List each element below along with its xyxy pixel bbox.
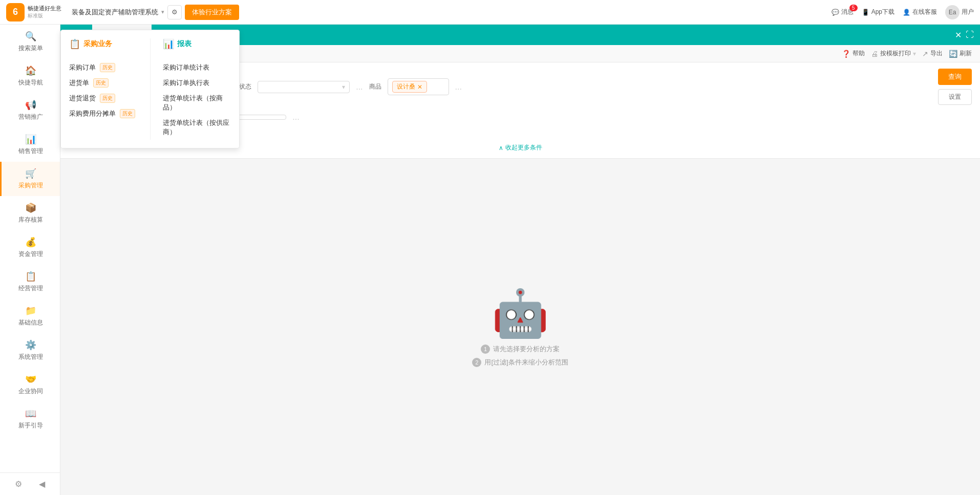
sidebar-item-marketing-label: 营销推广 xyxy=(18,113,43,121)
purchase-return-item[interactable]: 进货退货 历史 xyxy=(69,91,138,106)
purchase-return-history: 历史 xyxy=(100,94,115,103)
product-tag-close[interactable]: ✕ xyxy=(417,83,422,91)
purchase-return-label: 进货退货 xyxy=(69,94,96,103)
message-icon: 💬 xyxy=(832,9,839,16)
system-dropdown-arrow[interactable]: ▾ xyxy=(161,9,164,15)
report-incoming-supplier-label: 进货单统计表（按供应商） xyxy=(163,118,231,137)
help-icon: ❓ xyxy=(842,50,850,58)
sidebar-item-inventory[interactable]: 📦 库存核算 xyxy=(0,196,60,230)
print-button[interactable]: 🖨 按模板打印 ▾ xyxy=(871,49,916,58)
voucher-status-dots[interactable]: ... xyxy=(356,82,363,92)
salesperson-dots[interactable]: ... xyxy=(292,113,299,122)
purchase-icon: 🛒 xyxy=(25,168,36,179)
purchase-incoming-label: 进货单 xyxy=(69,78,89,88)
report-incoming-product[interactable]: 进货单统计表（按商品） xyxy=(163,91,231,115)
sidebar-item-purchase-label: 采购管理 xyxy=(18,181,43,190)
sales-icon: 📊 xyxy=(25,134,36,145)
menu-divider xyxy=(150,38,151,140)
collapse-label: 收起更多条件 xyxy=(505,143,542,152)
report-title: 📊 报表 xyxy=(163,38,231,54)
purchase-title-icon: 📋 xyxy=(69,38,80,50)
inventory-icon: 📦 xyxy=(25,202,36,213)
gear-button[interactable]: ⚙ xyxy=(167,5,182,19)
purchase-incoming-history: 历史 xyxy=(93,78,109,88)
sidebar-item-purchase[interactable]: 🛒 采购管理 xyxy=(0,162,60,196)
refresh-label: 刷新 xyxy=(960,49,972,58)
home-icon: 🏠 xyxy=(25,65,36,76)
sidebar-item-quick-nav-label: 快捷导航 xyxy=(18,78,43,87)
export-label: 导出 xyxy=(930,49,943,58)
purchase-order-label: 采购订单 xyxy=(69,63,96,72)
system-title-text: 装备及固定资产辅助管理系统 xyxy=(72,8,158,17)
report-incoming-product-label: 进货单统计表（按商品） xyxy=(163,94,231,112)
purchase-order-item[interactable]: 采购订单 历史 xyxy=(69,60,138,75)
product-tag[interactable]: 设计桑 ✕ xyxy=(392,81,427,93)
sidebar-item-guide-label: 新手引导 xyxy=(18,421,43,430)
sidebar-item-sales[interactable]: 📊 销售管理 xyxy=(0,127,60,162)
sidebar-item-search-label: 搜索菜单 xyxy=(18,44,43,53)
query-button[interactable]: 查询 xyxy=(938,69,972,85)
online-service-button[interactable]: 👤 在线客服 xyxy=(903,8,937,16)
report-col: 📊 报表 采购订单统计表 采购订单执行表 进货单统计表（按商品） 进货单统计表（… xyxy=(163,38,231,140)
messages-badge: 5 xyxy=(849,5,858,11)
purchase-business-col: 📋 采购业务 采购订单 历史 进货单 历史 进货退货 历史 采购费用分摊单 历史 xyxy=(69,38,138,140)
report-order-stats[interactable]: 采购订单统计表 xyxy=(163,60,231,75)
report-order-exec[interactable]: 采购订单执行表 xyxy=(163,75,231,91)
action-col: 查询 设置 xyxy=(938,69,972,105)
print-dropdown-icon[interactable]: ▾ xyxy=(913,50,916,57)
product-dots[interactable]: ... xyxy=(455,82,462,92)
sidebar-item-quick-nav[interactable]: 🏠 快捷导航 xyxy=(0,59,60,93)
tab-close-window-icon[interactable]: ✕ xyxy=(955,30,962,40)
sidebar-item-marketing[interactable]: 📢 营销推广 xyxy=(0,93,60,127)
empty-hint-2: 2 用[过滤]条件来缩小分析范围 xyxy=(472,358,568,367)
service-icon: 👤 xyxy=(903,9,910,16)
sidebar-item-search[interactable]: 🔍 搜索菜单 xyxy=(0,25,60,59)
voucher-status-select[interactable]: ▾ xyxy=(258,81,350,93)
hint-number-2: 2 xyxy=(472,358,481,367)
tab-controls: ✕ ⛶ xyxy=(949,30,980,40)
purchase-dropdown-menu: 📋 采购业务 采购订单 历史 进货单 历史 进货退货 历史 采购费用分摊单 历史… xyxy=(60,30,240,148)
sidebar-item-capital-label: 资金管理 xyxy=(18,250,43,259)
basic-icon: 📁 xyxy=(25,305,36,316)
messages-button[interactable]: 💬 消息 5 xyxy=(832,8,854,16)
purchase-business-title: 📋 采购业务 xyxy=(69,38,138,54)
tab-maximize-icon[interactable]: ⛶ xyxy=(966,30,974,39)
operation-icon: 📋 xyxy=(25,271,36,282)
export-button[interactable]: ↗ 导出 xyxy=(922,49,943,58)
sidebar-item-basic[interactable]: 📁 基础信息 xyxy=(0,299,60,333)
sidebar-item-enterprise-label: 企业协同 xyxy=(18,387,43,396)
report-incoming-supplier[interactable]: 进货单统计表（按供应商） xyxy=(163,115,231,140)
service-label: 在线客服 xyxy=(912,8,937,16)
sidebar-collapse-btn[interactable]: ◀ xyxy=(39,479,45,489)
logo-badge: 标准版 xyxy=(28,12,61,19)
logo-icon: 6 xyxy=(6,3,25,21)
industry-button[interactable]: 体验行业方案 xyxy=(185,5,239,20)
capital-icon: 💰 xyxy=(25,236,36,248)
logo-area: 6 畅捷通好生意 标准版 xyxy=(6,3,67,21)
sidebar-item-system-label: 系统管理 xyxy=(18,353,43,361)
product-select[interactable]: 设计桑 ✕ xyxy=(388,78,449,95)
refresh-button[interactable]: 🔄 刷新 xyxy=(949,49,972,58)
sidebar-settings-btn[interactable]: ⚙ xyxy=(15,479,22,489)
sidebar-item-enterprise[interactable]: 🤝 企业协同 xyxy=(0,368,60,402)
hint-text-2: 用[过滤]条件来缩小分析范围 xyxy=(484,358,568,367)
hint-text-1: 请先选择要分析的方案 xyxy=(493,345,560,354)
sidebar-item-basic-label: 基础信息 xyxy=(18,318,43,327)
sidebar-item-system[interactable]: ⚙️ 系统管理 xyxy=(0,333,60,368)
sidebar-item-operation-label: 经营管理 xyxy=(18,284,43,293)
user-area[interactable]: Ea 用户 xyxy=(945,5,974,19)
empty-state: 🤖 1 请先选择要分析的方案 2 用[过滤]条件来缩小分析范围 xyxy=(60,159,980,495)
sidebar-item-operation[interactable]: 📋 经营管理 xyxy=(0,265,60,299)
hint-number-1: 1 xyxy=(481,345,490,354)
sidebar-item-guide[interactable]: 📖 新手引导 xyxy=(0,402,60,436)
purchase-expense-item[interactable]: 采购费用分摊单 历史 xyxy=(69,106,138,121)
purchase-expense-label: 采购费用分摊单 xyxy=(69,109,116,118)
sidebar: 🔍 搜索菜单 🏠 快捷导航 📢 营销推广 📊 销售管理 🛒 采购管理 📦 库存核… xyxy=(0,25,60,495)
sidebar-item-capital[interactable]: 💰 资金管理 xyxy=(0,230,60,265)
app-download-button[interactable]: 📱 App下载 xyxy=(862,8,894,16)
help-button[interactable]: ❓ 帮助 xyxy=(842,49,865,58)
purchase-incoming-item[interactable]: 进货单 历史 xyxy=(69,75,138,91)
print-label: 按模板打印 xyxy=(880,49,911,58)
sidebar-bottom: ⚙ ◀ xyxy=(0,472,60,495)
settings-button[interactable]: 设置 xyxy=(938,89,972,105)
